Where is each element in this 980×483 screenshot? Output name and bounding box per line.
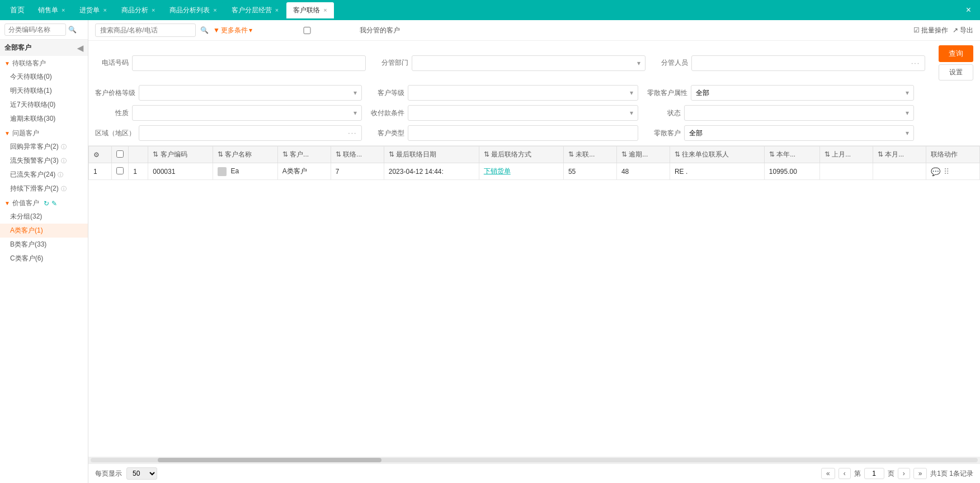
sidebar-item-today-contact[interactable]: 今天待联络(0) bbox=[0, 70, 88, 84]
my-customers-checkbox-label[interactable]: 我分管的客户 bbox=[257, 26, 400, 35]
info-icon: ⓘ bbox=[58, 171, 63, 179]
nature-select[interactable]: ▾ bbox=[132, 105, 362, 121]
qr-icon[interactable]: ⠿ bbox=[944, 167, 949, 176]
col-index bbox=[129, 146, 148, 163]
filter-retail-customer: 零散客户 全部 ▾ bbox=[647, 125, 914, 141]
row-checkbox-cell[interactable] bbox=[112, 163, 129, 180]
sidebar-item-class-c[interactable]: C类客户(6) bbox=[0, 252, 88, 266]
retail-attr-select[interactable]: 全部 ▾ bbox=[691, 85, 914, 101]
per-page-label: 每页显示 bbox=[95, 469, 122, 479]
col-no-contact[interactable]: ⇅ 未联... bbox=[563, 146, 616, 163]
customer-level-select[interactable]: ▾ bbox=[408, 85, 638, 101]
col-unit-contact[interactable]: ⇅ 往来单位联系人 bbox=[670, 146, 764, 163]
close-icon[interactable]: × bbox=[323, 7, 327, 13]
region-select[interactable]: ··· bbox=[139, 125, 362, 141]
sidebar-item-declining[interactable]: 持续下滑客户(2) ⓘ bbox=[0, 182, 88, 196]
col-this-month[interactable]: ⇅ 本月... bbox=[873, 146, 926, 163]
retail-customer-select[interactable]: 全部 ▾ bbox=[684, 125, 914, 141]
col-customer-name[interactable]: ⇅ 客户名称 bbox=[213, 146, 278, 163]
filter-customer-type: 客户类型 bbox=[371, 125, 638, 141]
manager-select[interactable]: ··· bbox=[691, 55, 925, 71]
last-page-button[interactable]: » bbox=[913, 468, 927, 479]
customer-type-select[interactable] bbox=[408, 125, 638, 141]
row-last-month bbox=[819, 163, 873, 180]
tab-home[interactable]: 首页 bbox=[4, 2, 30, 18]
sidebar-item-7day-contact[interactable]: 近7天待联络(0) bbox=[0, 98, 88, 112]
batch-op-button[interactable]: ☑ 批量操作 bbox=[913, 26, 948, 35]
row-checkbox[interactable] bbox=[116, 167, 124, 174]
col-customer-type[interactable]: ⇅ 客户... bbox=[277, 146, 331, 163]
tab-customer-contact[interactable]: 客户联络 × bbox=[286, 2, 333, 18]
sidebar-search-icon[interactable]: 🔍 bbox=[68, 26, 77, 34]
pending-contact-group[interactable]: ▼ 待联络客户 bbox=[0, 56, 88, 70]
search-input[interactable] bbox=[95, 23, 196, 37]
payment-select[interactable]: ▾ bbox=[408, 105, 638, 121]
row-customer-code[interactable]: 000031 bbox=[148, 163, 213, 180]
col-last-method[interactable]: ⇅ 最后联络方式 bbox=[479, 146, 563, 163]
more-conditions-button[interactable]: ▼ 更多条件 ▾ bbox=[213, 26, 252, 35]
col-last-month[interactable]: ⇅ 上月... bbox=[819, 146, 873, 163]
col-settings[interactable]: ⚙ bbox=[89, 146, 112, 163]
phone-input[interactable] bbox=[132, 55, 366, 71]
my-customers-checkbox[interactable] bbox=[257, 27, 357, 34]
select-all-checkbox[interactable] bbox=[116, 150, 124, 158]
query-button[interactable]: 查询 bbox=[939, 45, 973, 62]
sidebar: 🔍 全部客户 ◀ ▼ 待联络客户 今天待联络(0) 明天待联络(1) 近7天待联… bbox=[0, 20, 88, 483]
close-icon[interactable]: × bbox=[152, 7, 155, 13]
dept-select[interactable]: ▾ bbox=[412, 55, 646, 71]
edit-icon[interactable]: ✎ bbox=[51, 200, 57, 207]
col-this-year[interactable]: ⇅ 本年... bbox=[764, 146, 819, 163]
scrollbar-thumb[interactable] bbox=[158, 458, 381, 462]
close-icon[interactable]: × bbox=[103, 7, 106, 13]
horizontal-scrollbar[interactable] bbox=[88, 457, 980, 463]
close-icon[interactable]: × bbox=[275, 7, 279, 13]
next-page-button[interactable]: › bbox=[898, 468, 910, 479]
value-customers-group[interactable]: ▼ 价值客户 ↻ ✎ bbox=[0, 196, 88, 210]
export-button[interactable]: ↗ 导出 bbox=[953, 26, 973, 35]
tab-product-analysis[interactable]: 商品分析 × bbox=[115, 2, 162, 18]
col-customer-code[interactable]: ⇅ 客户编码 bbox=[148, 146, 213, 163]
data-table-wrapper: ⚙ ⇅ 客户编码 ⇅ 客户名称 ⇅ 客户... bbox=[88, 146, 980, 457]
tab-customer-segment[interactable]: 客户分层经营 × bbox=[225, 2, 285, 18]
sidebar-item-churned[interactable]: 已流失客户(24) ⓘ bbox=[0, 168, 88, 182]
table-row: 1 1 000031 Ea A类客户 7 2023-04-12 14:44: bbox=[89, 163, 980, 180]
sidebar-item-tomorrow-contact[interactable]: 明天待联络(1) bbox=[0, 84, 88, 98]
tab-sales[interactable]: 销售单 × bbox=[31, 2, 72, 18]
top-nav: 首页 销售单 × 进货单 × 商品分析 × 商品分析列表 × 客户分层经营 × … bbox=[0, 0, 980, 20]
close-all-button[interactable]: × bbox=[962, 3, 976, 17]
settings-button[interactable]: 设置 bbox=[939, 64, 973, 80]
problem-customers-group[interactable]: ▼ 问题客户 bbox=[0, 126, 88, 140]
sidebar-item-class-a[interactable]: A类客户(1) bbox=[0, 224, 88, 238]
pagination: « ‹ 第 页 › » 共1页 1条记录 bbox=[821, 468, 973, 479]
prev-page-button[interactable]: ‹ bbox=[838, 468, 851, 479]
col-last-date[interactable]: ⇅ 最后联络日期 bbox=[384, 146, 479, 163]
refresh-icon[interactable]: ↻ bbox=[44, 200, 49, 207]
price-level-select[interactable]: ▾ bbox=[139, 85, 362, 101]
info-icon: ⓘ bbox=[61, 185, 67, 193]
row-customer-name[interactable]: Ea bbox=[213, 163, 278, 180]
sidebar-item-class-b[interactable]: B类客户(33) bbox=[0, 238, 88, 252]
filter-row-2: 客户价格等级 ▾ 客户等级 ▾ 零散客户属性 全部 bbox=[95, 85, 973, 101]
filter-search-icon[interactable]: 🔍 bbox=[200, 26, 209, 34]
close-icon[interactable]: × bbox=[62, 7, 65, 13]
per-page-select[interactable]: 50 100 200 bbox=[126, 467, 157, 480]
col-checkbox[interactable] bbox=[112, 146, 129, 163]
chat-icon[interactable]: 💬 bbox=[931, 167, 940, 176]
row-last-contact-method[interactable]: 下销货单 bbox=[479, 163, 563, 180]
tab-product-list[interactable]: 商品分析列表 × bbox=[163, 2, 223, 18]
close-icon[interactable]: × bbox=[213, 7, 216, 13]
page-input[interactable] bbox=[864, 468, 884, 479]
sidebar-item-unclassified[interactable]: 未分组(32) bbox=[0, 210, 88, 224]
filter-bar: 🔍 ▼ 更多条件 ▾ 我分管的客户 ☑ 批量操作 ↗ 导出 bbox=[88, 20, 980, 41]
all-customers-header[interactable]: 全部客户 ◀ bbox=[0, 40, 88, 56]
first-page-button[interactable]: « bbox=[821, 468, 835, 479]
sidebar-item-churn-warning[interactable]: 流失预警客户(3) ⓘ bbox=[0, 154, 88, 168]
col-contact[interactable]: ⇅ 联络... bbox=[331, 146, 384, 163]
sidebar-item-overdue-contact[interactable]: 逾期未联络(30) bbox=[0, 112, 88, 126]
sidebar-item-repurchase-abnormal[interactable]: 回购异常客户(2) ⓘ bbox=[0, 140, 88, 154]
contact-method-link[interactable]: 下销货单 bbox=[484, 167, 511, 175]
sidebar-search-input[interactable] bbox=[4, 23, 66, 36]
tab-purchase[interactable]: 进货单 × bbox=[73, 2, 113, 18]
col-overdue[interactable]: ⇅ 逾期... bbox=[616, 146, 670, 163]
status-select[interactable]: ▾ bbox=[684, 105, 914, 121]
